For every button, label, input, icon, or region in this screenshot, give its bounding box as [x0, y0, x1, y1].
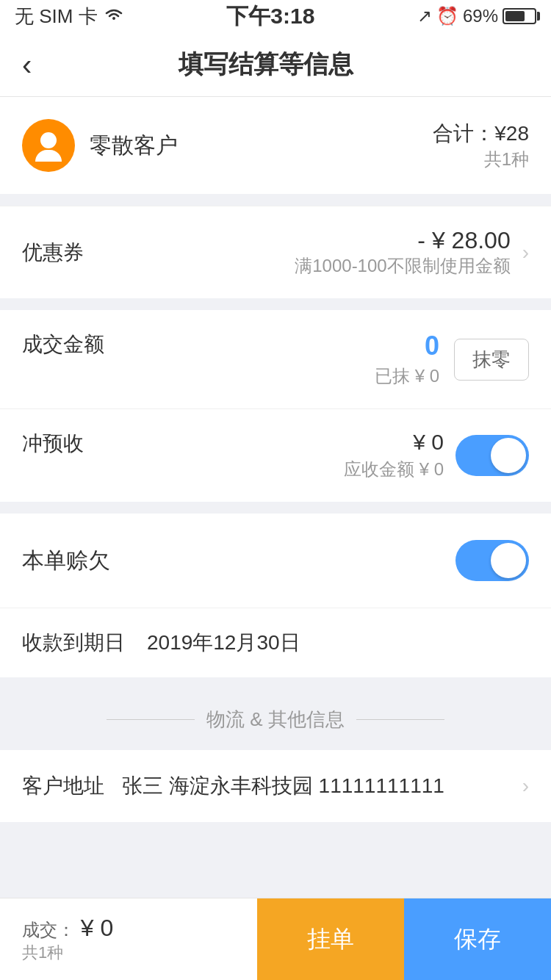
coupon-row[interactable]: 优惠券 - ¥ 28.00 满1000-100不限制使用金额 › — [0, 206, 551, 298]
prepay-toggle[interactable] — [455, 435, 529, 476]
deal-amount-wrapper: 0 已抹 ¥ 0 — [375, 331, 439, 388]
avatar-icon — [35, 132, 62, 159]
debt-row: 本单赊欠 — [0, 514, 551, 608]
coupon-section: 优惠券 - ¥ 28.00 满1000-100不限制使用金额 › — [0, 206, 551, 298]
customer-right: 合计：¥28 共1种 — [433, 120, 529, 171]
address-value: 张三 海淀永丰科技园 11111111111 — [122, 772, 519, 800]
wifi-icon — [104, 5, 124, 28]
prepay-label: 冲预收 — [22, 430, 84, 458]
alarm-icon: ⏰ — [436, 6, 458, 26]
deal-section: 成交金额 0 已抹 ¥ 0 抹零 冲预收 ¥ 0 应收金额 ¥ 0 — [0, 310, 551, 502]
bottom-count: 共1种 — [22, 942, 235, 964]
bottom-deal-value: ¥ 0 — [81, 915, 113, 941]
customer-total: 合计：¥28 — [433, 120, 529, 148]
prepay-subtext: 应收金额 ¥ 0 — [344, 458, 444, 481]
battery-icon — [503, 8, 536, 24]
prepay-values: ¥ 0 应收金额 ¥ 0 — [344, 430, 444, 481]
address-label: 客户地址 — [22, 772, 104, 800]
bottom-bar: 成交： ¥ 0 共1种 挂单 保存 — [0, 898, 551, 980]
logistics-header: 物流 & 其他信息 — [0, 689, 551, 750]
coupon-subtext: 满1000-100不限制使用金额 — [295, 254, 510, 278]
logistics-divider-left — [107, 719, 195, 720]
customer-section: 零散客户 合计：¥28 共1种 — [0, 97, 551, 194]
hang-order-button[interactable]: 挂单 — [257, 898, 404, 981]
deal-amount-right: 0 已抹 ¥ 0 抹零 — [375, 331, 529, 388]
content: 零散客户 合计：¥28 共1种 优惠券 - ¥ 28.00 满1000-100不… — [0, 97, 551, 980]
logistics-label: 物流 & 其他信息 — [206, 707, 345, 732]
bottom-left: 成交： ¥ 0 共1种 — [0, 915, 257, 964]
toggle-knob — [491, 438, 526, 473]
round-zero-button[interactable]: 抹零 — [454, 339, 529, 381]
due-date-value: 2019年12月30日 — [147, 629, 300, 657]
status-left: 无 SIM 卡 — [15, 4, 124, 29]
prepay-row: 冲预收 ¥ 0 应收金额 ¥ 0 — [0, 408, 551, 502]
customer-name: 零散客户 — [90, 131, 178, 161]
no-sim-text: 无 SIM 卡 — [15, 4, 98, 29]
address-section: 客户地址 张三 海淀永丰科技园 11111111111 › — [0, 750, 551, 822]
bottom-deal-row: 成交： ¥ 0 — [22, 915, 235, 942]
due-date-row: 收款到期日 2019年12月30日 — [0, 608, 551, 677]
address-row[interactable]: 客户地址 张三 海淀永丰科技园 11111111111 › — [0, 750, 551, 822]
page-title: 填写结算等信息 — [46, 48, 485, 82]
save-button[interactable]: 保存 — [404, 898, 551, 981]
debt-toggle-knob — [491, 543, 526, 578]
status-time: 下午3:18 — [226, 1, 314, 32]
logistics-line: 物流 & 其他信息 — [22, 707, 529, 732]
back-button[interactable]: ‹ — [22, 50, 32, 79]
coupon-right: - ¥ 28.00 满1000-100不限制使用金额 › — [295, 227, 529, 278]
deal-amount-value: 0 — [375, 331, 439, 361]
prepay-value: ¥ 0 — [344, 430, 444, 455]
coupon-value: - ¥ 28.00 — [295, 227, 510, 254]
debt-label: 本单赊欠 — [22, 546, 110, 576]
customer-left: 零散客户 — [22, 119, 178, 172]
deal-amount-sub: 已抹 ¥ 0 — [375, 364, 439, 388]
battery-percent: 69% — [463, 6, 498, 26]
due-date-label: 收款到期日 — [22, 629, 125, 657]
customer-avatar — [22, 119, 75, 172]
coupon-label: 优惠券 — [22, 239, 84, 267]
customer-row: 零散客户 合计：¥28 共1种 — [0, 97, 551, 194]
bottom-deal-label: 成交： — [22, 920, 75, 940]
prepay-right: ¥ 0 应收金额 ¥ 0 — [344, 430, 529, 481]
status-right: ↗ ⏰ 69% — [417, 6, 536, 26]
deal-amount-label: 成交金额 — [22, 331, 104, 359]
status-bar: 无 SIM 卡 下午3:18 ↗ ⏰ 69% — [0, 0, 551, 32]
address-chevron-icon: › — [522, 774, 529, 798]
debt-toggle[interactable] — [455, 540, 529, 581]
location-icon: ↗ — [417, 6, 432, 26]
coupon-chevron-icon: › — [522, 241, 529, 264]
customer-count: 共1种 — [433, 148, 529, 171]
debt-section: 本单赊欠 收款到期日 2019年12月30日 — [0, 514, 551, 677]
nav-bar: ‹ 填写结算等信息 — [0, 32, 551, 97]
deal-amount-row: 成交金额 0 已抹 ¥ 0 抹零 — [0, 310, 551, 408]
logistics-divider-right — [356, 719, 444, 720]
